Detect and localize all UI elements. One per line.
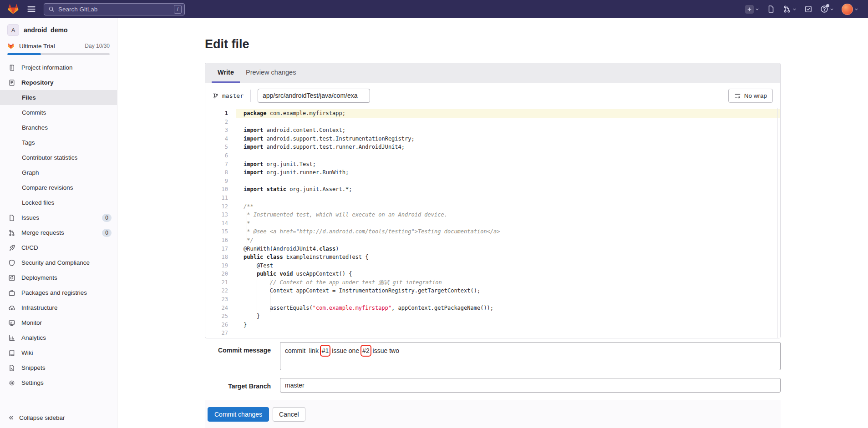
search-icon — [48, 6, 55, 12]
sidebar-item-monitor[interactable]: Monitor — [0, 315, 117, 330]
commit-changes-button[interactable]: Commit changes — [208, 407, 269, 422]
count-badge: 0 — [102, 214, 112, 222]
chevron-down-icon — [830, 7, 834, 11]
hamburger-menu-icon[interactable] — [26, 4, 36, 14]
no-wrap-button[interactable]: No wrap — [728, 89, 773, 103]
notification-dot — [826, 4, 829, 7]
sidebar-item-ci-cd[interactable]: CI/CD — [0, 240, 117, 255]
sidebar-item-analytics[interactable]: Analytics — [0, 330, 117, 345]
sidebar-item-label: Compare revisions — [22, 184, 73, 191]
sidebar-item-locked-files[interactable]: Locked files — [0, 195, 117, 210]
main-content: Edit file Write Preview changes master a… — [117, 0, 868, 428]
sidebar-item-branches[interactable]: Branches — [0, 120, 117, 135]
indent-guide — [270, 278, 270, 287]
no-wrap-label: No wrap — [744, 92, 767, 99]
sidebar-item-settings[interactable]: Settings — [0, 375, 117, 390]
code-text: package com.example.myfirstapp; — [236, 109, 780, 118]
code-line-2: 2 — [205, 118, 780, 126]
merge-requests-shortcut-button[interactable] — [781, 3, 799, 15]
sidebar-item-snippets[interactable]: Snippets — [0, 360, 117, 375]
code-line-16: 16 */ — [205, 236, 780, 245]
sidebar-item-repository[interactable]: Repository — [0, 75, 117, 90]
sidebar-item-project-information[interactable]: Project information — [0, 60, 117, 75]
line-number: 2 — [205, 118, 236, 126]
sidebar-item-merge-requests[interactable]: Merge requests0 — [0, 225, 117, 240]
sidebar-item-infrastructure[interactable]: Infrastructure — [0, 300, 117, 315]
todos-button[interactable] — [802, 3, 815, 15]
line-number: 17 — [205, 245, 236, 253]
code-line-7: 7import org.junit.Test; — [205, 160, 780, 169]
chevron-down-icon — [755, 7, 759, 11]
sidebar-item-label: Settings — [21, 379, 44, 386]
branch-ref[interactable]: master — [213, 92, 244, 99]
indent-guide — [257, 295, 257, 304]
line-number: 18 — [205, 253, 236, 262]
sidebar-item-security-and-compliance[interactable]: Security and Compliance — [0, 255, 117, 270]
code-line-19: 19 @Test — [205, 262, 780, 270]
sidebar-item-graph[interactable]: Graph — [0, 165, 117, 180]
code-text — [236, 118, 780, 126]
plus-menu-button[interactable] — [743, 3, 761, 15]
code-line-20: 20 public void useAppContext() { — [205, 270, 780, 278]
analytics-icon — [8, 334, 15, 342]
sidebar-item-label: Analytics — [21, 334, 46, 341]
line-number: 1 — [205, 109, 236, 118]
target-branch-row: Target Branch master — [205, 378, 781, 393]
line-number: 8 — [205, 168, 236, 177]
code-line-22: 22 Context appContext = InstrumentationR… — [205, 287, 780, 295]
user-menu-button[interactable] — [839, 2, 861, 17]
code-text: @Test — [236, 262, 780, 270]
gear-icon — [8, 379, 15, 387]
issues-shortcut-button[interactable] — [765, 3, 777, 15]
indent-guide — [247, 227, 247, 236]
indent-guide — [270, 287, 270, 295]
sidebar-item-compare-revisions[interactable]: Compare revisions — [0, 180, 117, 195]
search-input[interactable]: Search GitLab / — [44, 3, 185, 15]
commit-message-textarea[interactable]: commit link #1 issue one #2 issue two — [280, 342, 781, 370]
commit-message-text: commit link — [285, 347, 320, 354]
collapse-sidebar-label: Collapse sidebar — [19, 414, 65, 421]
issue-reference-annotation: #2 — [360, 345, 371, 357]
package-icon — [8, 289, 15, 297]
sidebar-item-deployments[interactable]: Deployments — [0, 270, 117, 285]
sidebar-item-commits[interactable]: Commits — [0, 105, 117, 120]
sidebar-item-packages-and-registries[interactable]: Packages and registries — [0, 285, 117, 300]
code-line-25: 25 } — [205, 312, 780, 321]
tab-write[interactable]: Write — [212, 63, 240, 83]
editor-right-strip — [777, 108, 780, 338]
sidebar-item-label: Contributor statistics — [22, 154, 77, 161]
sidebar-item-files[interactable]: Files — [0, 90, 117, 105]
commit-message-label: Commit message — [205, 342, 280, 370]
line-number: 3 — [205, 126, 236, 135]
sidebar-item-label: Issues — [21, 214, 39, 221]
sidebar-item-label: Deployments — [21, 274, 57, 281]
code-editor[interactable]: 1package com.example.myfirstapp;23import… — [205, 108, 780, 338]
help-menu-button[interactable] — [818, 3, 836, 15]
target-branch-input[interactable]: master — [280, 378, 781, 393]
sidebar-item-wiki[interactable]: Wiki — [0, 345, 117, 360]
monitor-icon — [8, 319, 15, 327]
project-context-header[interactable]: A android_demo — [0, 18, 117, 39]
cancel-button[interactable]: Cancel — [273, 407, 305, 422]
editor-tabs: Write Preview changes — [205, 63, 780, 83]
repository-icon — [8, 79, 15, 86]
collapse-sidebar-button[interactable]: Collapse sidebar — [0, 407, 117, 428]
trial-status[interactable]: Ultimate Trial Day 10/30 — [0, 39, 117, 50]
code-text: import static org.junit.Assert.*; — [236, 185, 780, 194]
tab-preview-changes[interactable]: Preview changes — [240, 63, 302, 83]
active-line-marker — [778, 109, 780, 118]
issues-shortcut-icon — [767, 5, 775, 13]
line-number: 14 — [205, 219, 236, 228]
gitlab-logo[interactable] — [7, 3, 19, 15]
sidebar-item-issues[interactable]: Issues0 — [0, 210, 117, 225]
sidebar-item-contributor-statistics[interactable]: Contributor statistics — [0, 150, 117, 165]
branch-icon — [213, 92, 219, 99]
chevron-down-icon — [854, 7, 858, 11]
code-text: import android.support.test.Instrumentat… — [236, 135, 780, 143]
code-line-15: 15 * @see <a href="http://d.android.com/… — [205, 227, 780, 236]
sidebar-item-tags[interactable]: Tags — [0, 135, 117, 150]
code-text: } — [236, 321, 780, 329]
shield-icon — [8, 259, 15, 267]
file-path-input[interactable]: app/src/androidTest/java/com/exa — [258, 89, 370, 103]
sidebar-item-label: Security and Compliance — [21, 259, 90, 266]
